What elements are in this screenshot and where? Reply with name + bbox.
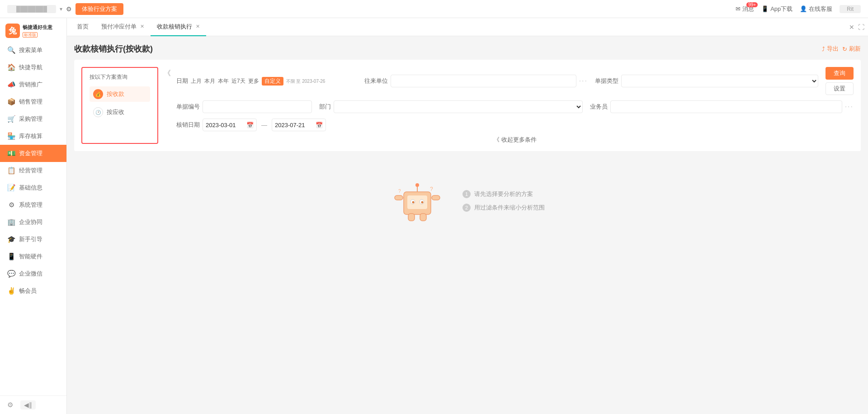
filter-collapse-icon[interactable]: 《	[164, 69, 171, 78]
empty-state-tips: 1 请先选择要分析的方案 2 用过滤条件来缩小分析范围	[462, 190, 545, 212]
export-icon: ⤴	[822, 46, 825, 52]
header-left: ████████ ▾ ⚙ 体验行业方案	[7, 3, 732, 15]
search-icon: 🔍	[7, 46, 15, 54]
page-title: 收款核销执行(按收款)	[74, 43, 153, 54]
offset-date-end-calendar-icon[interactable]: 📅	[316, 122, 323, 128]
docno-input[interactable]	[203, 100, 312, 113]
sidebar-item-label: 畅会员	[19, 287, 37, 295]
tab-prepay-close-icon[interactable]: ✕	[140, 24, 144, 29]
window-close-icon[interactable]: ✕	[849, 24, 854, 31]
basic-info-icon: 📝	[7, 184, 15, 192]
sidebar-item-basic-info[interactable]: 📝 基础信息	[0, 179, 66, 196]
sidebar-item-business[interactable]: 📋 经营管理	[0, 162, 66, 179]
sidebar-item-quick-nav[interactable]: 🏠 快捷导航	[0, 59, 66, 76]
sidebar-item-search[interactable]: 🔍 搜索菜单	[0, 42, 66, 59]
date-custom-tag[interactable]: 自定义	[262, 77, 283, 86]
settings-icon[interactable]: ⚙	[66, 5, 72, 13]
dept-select[interactable]	[334, 100, 583, 113]
date-tag-this-year[interactable]: 本年	[218, 77, 229, 85]
offset-date-start-calendar-icon[interactable]: 📅	[246, 122, 254, 128]
counterparty-input[interactable]	[391, 75, 576, 87]
offset-date-field: 核销日期 📅 — 📅	[176, 119, 326, 131]
filter-option-by-receivable[interactable]: 🕐 按应收	[90, 105, 150, 120]
empty-tip-1: 1 请先选择要分析的方案	[462, 190, 545, 198]
sidebar-item-purchase[interactable]: 🛒 采购管理	[0, 110, 66, 128]
message-icon: ✉	[736, 5, 741, 12]
message-btn[interactable]: ✉ 消息 99+	[736, 5, 754, 13]
filter-option-by-receipt[interactable]: 💰 按收款	[90, 86, 150, 102]
offset-date-start-input[interactable]	[206, 122, 246, 128]
date-unlimited-info: 不限 至 2023-07-26	[286, 78, 326, 84]
sidebar-settings-icon[interactable]: ⚙	[7, 401, 13, 409]
sidebar-item-wechat[interactable]: 💬 企业微信	[0, 265, 66, 282]
system-icon: ⚙	[7, 201, 15, 209]
receivable-option-label: 按应收	[107, 108, 124, 116]
date-tag-last-month[interactable]: 上月	[191, 77, 202, 85]
tip-num-1: 1	[462, 190, 471, 198]
salesperson-ellipsis-icon[interactable]: ···	[845, 103, 854, 111]
sidebar-item-inventory[interactable]: 🏪 库存核算	[0, 128, 66, 145]
sidebar-item-member[interactable]: ✌ 畅会员	[0, 282, 66, 300]
refresh-button[interactable]: ↻ 刷新	[842, 45, 861, 53]
offset-date-end-input[interactable]	[275, 122, 316, 128]
window-expand-icon[interactable]: ⛶	[858, 24, 864, 31]
empty-state-illustration: ? ?	[390, 178, 444, 224]
salesperson-input[interactable]	[610, 100, 842, 113]
sidebar-item-smart-hw[interactable]: 📱 智能硬件	[0, 248, 66, 265]
svg-rect-9	[420, 214, 426, 221]
sidebar-item-label: 基础信息	[19, 184, 42, 192]
tab-receipt-offset[interactable]: 收款核销执行 ✕	[151, 18, 206, 36]
app-download-btn[interactable]: 📱 App下载	[761, 5, 793, 13]
offset-date-label: 核销日期	[176, 121, 200, 129]
industry-btn[interactable]: 体验行业方案	[75, 3, 123, 15]
sidebar-collapse-btn[interactable]: ◀‖	[20, 400, 36, 409]
tab-prepay[interactable]: 预付冲应付单 ✕	[95, 18, 151, 36]
empty-tip-2: 2 用过滤条件来缩小分析范围	[462, 204, 545, 212]
sidebar-item-label: 营销推广	[19, 81, 42, 89]
sidebar-item-marketing[interactable]: 📣 营销推广	[0, 76, 66, 93]
tab-receipt-offset-close-icon[interactable]: ✕	[196, 24, 200, 29]
filter-query-panel: 按以下方案查询 💰 按收款 🕐 按应收 《	[74, 60, 861, 151]
top-header: ████████ ▾ ⚙ 体验行业方案 ✉ 消息 99+ 📱 App下载 👤 在…	[0, 0, 868, 18]
refresh-icon: ↻	[842, 46, 847, 52]
header-right: ✉ 消息 99+ 📱 App下载 👤 在线客服 Rit	[736, 5, 861, 13]
date-tag-this-month[interactable]: 本月	[204, 77, 215, 85]
filter-scheme-title: 按以下方案查询	[90, 73, 150, 81]
tab-prepay-label: 预付冲应付单	[101, 23, 137, 31]
sidebar-item-label: 库存核算	[19, 132, 42, 140]
filter-scheme-panel: 按以下方案查询 💰 按收款 🕐 按应收	[81, 67, 158, 144]
export-button[interactable]: ⤴ 导出	[822, 45, 839, 53]
collapse-more-button[interactable]: 《 收起更多条件	[494, 136, 537, 144]
tab-bar-right: ✕ ⛶	[849, 24, 864, 31]
counterparty-ellipsis-icon[interactable]: ···	[579, 77, 588, 85]
sidebar-item-enterprise[interactable]: 🏢 企业协同	[0, 214, 66, 231]
collapse-more-label: 收起更多条件	[501, 136, 537, 144]
query-actions: 查询 设置	[826, 67, 854, 95]
home-icon: 🏠	[7, 63, 15, 71]
docno-label: 单据编号	[176, 103, 200, 111]
salesperson-label: 业务员	[590, 103, 608, 111]
sidebar-item-sales[interactable]: 📦 销售管理	[0, 93, 66, 110]
sidebar-item-beginner[interactable]: 🎓 新手引导	[0, 231, 66, 248]
date-field: 日期 上月 本月 本年 近7天 更多 自定义 不限 至 2023-07-26	[176, 77, 357, 86]
query-button[interactable]: 查询	[826, 67, 854, 80]
main: 首页 预付冲应付单 ✕ 收款核销执行 ✕ ✕ ⛶ 收款核销执行(按收款)	[67, 18, 868, 414]
beginner-icon: 🎓	[7, 235, 15, 243]
tab-home[interactable]: 首页	[71, 18, 95, 36]
doctype-select[interactable]	[621, 75, 818, 87]
user-info[interactable]: Rit	[840, 5, 861, 13]
sidebar-item-label: 采购管理	[19, 115, 42, 123]
svg-text:?: ?	[430, 186, 433, 192]
service-icon: 👤	[800, 5, 807, 12]
date-tag-7days[interactable]: 近7天	[231, 77, 245, 85]
date-tag-more[interactable]: 更多	[248, 77, 259, 85]
counterparty-label: 往来单位	[364, 77, 388, 85]
enterprise-icon: 🏢	[7, 218, 15, 226]
sidebar-item-system[interactable]: ⚙ 系统管理	[0, 196, 66, 214]
dropdown-chevron-icon[interactable]: ▾	[60, 6, 62, 12]
sidebar-item-finance[interactable]: 💵 资金管理	[0, 145, 66, 162]
doctype-label: 单据类型	[595, 77, 618, 85]
sidebar-nav: 🔍 搜索菜单 🏠 快捷导航 📣 营销推广 📦 销售管理 🛒 采购管理 🏪	[0, 42, 66, 395]
setting-button[interactable]: 设置	[826, 82, 854, 95]
online-service-btn[interactable]: 👤 在线客服	[800, 5, 832, 13]
